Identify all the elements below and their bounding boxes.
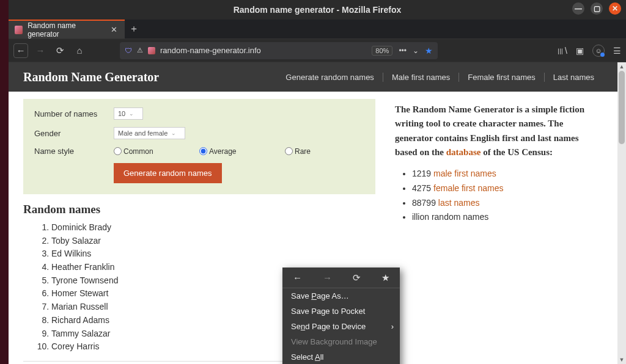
nav-forward-button[interactable]: → [33, 43, 48, 58]
context-menu-item[interactable]: Save Page to Pocket [282, 304, 400, 319]
stats-list: 1219 male first names 4275 female first … [412, 167, 603, 225]
tab-favicon [15, 26, 23, 34]
radio-average[interactable]: Average [199, 147, 279, 156]
browser-window: Random name generator - Mozilla Firefox … [9, 0, 626, 364]
nav-home-button[interactable]: ⌂ [72, 43, 87, 58]
nav-back-button[interactable]: ← [13, 43, 28, 58]
window-titlebar: Random name generator - Mozilla Firefox … [9, 0, 626, 20]
sidebar-icon[interactable]: ▣ [576, 46, 584, 56]
scrollbar-up-arrow[interactable]: ▲ [617, 62, 626, 71]
nav-link[interactable]: Generate random names [277, 73, 383, 82]
hamburger-menu-icon[interactable]: ☰ [613, 46, 621, 56]
browser-viewport: Random Name Generator Generate random na… [9, 62, 626, 364]
description-text: The Random Name Generator is a simple fi… [395, 103, 603, 159]
pocket-icon[interactable]: ⌄ [413, 46, 419, 55]
context-menu-nav-row: ← → ⟳ ★ [282, 268, 400, 288]
site-brand: Random Name Generator [23, 70, 159, 84]
tab-title: Random name generator [28, 21, 105, 38]
account-icon[interactable]: ☺ [592, 45, 605, 57]
random-names-heading: Random names [23, 203, 375, 216]
toolbar-right-group: ⫼\ ▣ ☺ ☰ [556, 45, 621, 57]
window-maximize-button[interactable]: ▢ [591, 2, 603, 15]
context-menu-item: View Background Image [282, 334, 400, 349]
site-header: Random Name Generator Generate random na… [9, 62, 617, 92]
list-item: Dominick Brady [51, 221, 375, 235]
library-icon[interactable]: ⫼\ [556, 46, 567, 56]
window-minimize-button[interactable]: ― [572, 2, 584, 15]
url-bar[interactable]: 🛡 ⚠ random-name-generator.info 80% ••• ⌄… [120, 42, 438, 59]
url-favicon [148, 47, 155, 54]
nav-link[interactable]: Last names [545, 73, 603, 82]
os-dock-sliver [0, 0, 9, 364]
radio-rare[interactable]: Rare [285, 147, 364, 156]
connection-lock-icon[interactable]: ⚠ [137, 46, 143, 54]
list-item: 88799 last names [412, 196, 603, 211]
context-menu: ← → ⟳ ★ Save Page As…Save Page to Pocket… [282, 268, 400, 364]
new-tab-button[interactable]: ＋ [125, 20, 143, 38]
gender-select[interactable]: Male and female [114, 127, 185, 139]
list-item: 4275 female first names [412, 181, 603, 196]
nav-reload-button[interactable]: ⟳ [53, 43, 67, 58]
zoom-badge[interactable]: 80% [372, 46, 392, 56]
male-names-link[interactable]: male first names [433, 169, 496, 178]
tracking-shield-icon[interactable]: 🛡 [125, 46, 132, 55]
generator-form: Number of names 10 Gender Male and femal… [23, 99, 375, 194]
scrollbar-down-arrow[interactable]: ▼ [617, 355, 626, 364]
nav-link[interactable]: Male first names [383, 73, 459, 82]
vertical-scrollbar[interactable]: ▲ ▼ [617, 62, 626, 364]
browser-toolbar: ← → ⟳ ⌂ 🛡 ⚠ random-name-generator.info 8… [9, 39, 626, 62]
bookmark-star-icon[interactable]: ★ [425, 46, 433, 56]
female-names-link[interactable]: female first names [433, 183, 503, 193]
site-top-nav: Generate random names Male first names F… [277, 73, 603, 82]
list-item: illion random names [412, 210, 603, 225]
page-actions-icon[interactable]: ••• [399, 46, 407, 55]
ctx-bookmark-icon[interactable]: ★ [381, 272, 389, 283]
window-title: Random name generator - Mozilla Firefox [234, 5, 402, 15]
number-of-names-select[interactable]: 10 [114, 107, 143, 120]
list-item: 1219 male first names [412, 167, 603, 181]
radio-common[interactable]: Common [114, 147, 193, 156]
tab-bar: Random name generator ✕ ＋ [9, 20, 626, 39]
context-menu-item[interactable]: Select All [282, 349, 400, 364]
url-text: random-name-generator.info [160, 46, 261, 55]
list-item: Toby Salazar [51, 235, 375, 248]
tab-active[interactable]: Random name generator ✕ [9, 20, 125, 38]
name-style-radio-group: Common Average Rare [114, 147, 364, 156]
last-names-link[interactable]: last names [438, 198, 480, 208]
generate-button[interactable]: Generate random names [114, 163, 222, 183]
window-close-button[interactable]: ✕ [609, 2, 621, 15]
tab-close-button[interactable]: ✕ [109, 25, 119, 35]
context-menu-item[interactable]: Save Page As… [282, 288, 400, 304]
context-menu-item[interactable]: Send Page to Device› [282, 319, 400, 334]
nav-link[interactable]: Female first names [459, 73, 545, 82]
scrollbar-thumb[interactable] [619, 71, 625, 144]
submenu-arrow-icon: › [391, 322, 394, 331]
window-controls: ― ▢ ✕ [572, 2, 621, 15]
ctx-forward-icon[interactable]: → [323, 272, 332, 283]
list-item: Ed Wilkins [51, 247, 375, 261]
database-link[interactable]: database [446, 147, 481, 157]
ctx-reload-icon[interactable]: ⟳ [353, 272, 361, 283]
gender-label: Gender [34, 129, 114, 138]
ctx-back-icon[interactable]: ← [293, 272, 302, 283]
number-of-names-label: Number of names [34, 109, 114, 118]
name-style-label: Name style [34, 147, 114, 156]
